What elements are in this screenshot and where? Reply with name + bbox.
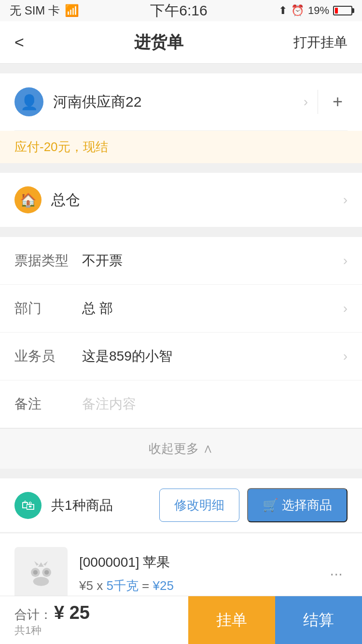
status-right: ⬆ ⏰ 19% <box>278 4 352 17</box>
invoice-label: 票据类型 <box>14 252 82 270</box>
total-section: 合计： ¥ 25 共1种 <box>0 596 188 644</box>
department-label: 部门 <box>14 299 82 318</box>
section-gap-2 <box>0 163 362 173</box>
supplier-chevron-icon: › <box>304 94 308 110</box>
select-product-label: 选择商品 <box>282 497 332 514</box>
price-total: ¥25 <box>153 578 174 593</box>
back-button[interactable]: < <box>14 33 24 52</box>
remark-label: 备注 <box>14 395 82 413</box>
avatar-icon: 👤 <box>20 94 38 111</box>
collapse-bar[interactable]: 收起更多 ∧ <box>0 428 362 469</box>
price-base: ¥5 <box>79 578 93 593</box>
salesperson-value: 这是859的小智 <box>82 347 343 365</box>
checkout-button[interactable]: 结算 <box>275 596 362 644</box>
wifi-icon: 📶 <box>65 4 79 17</box>
total-label: 合计： <box>14 606 52 623</box>
bottom-bar: 合计： ¥ 25 共1种 挂单 结算 <box>0 596 362 644</box>
invoice-value: 不开票 <box>82 252 343 270</box>
battery-indicator <box>333 6 352 15</box>
warehouse-chevron-icon: › <box>343 192 348 208</box>
price-quantity: 5千克 <box>106 578 138 593</box>
product-section-icon: 🛍 <box>14 492 42 519</box>
hang-order-button[interactable]: 挂单 <box>188 596 275 644</box>
svg-marker-5 <box>38 562 44 567</box>
salesperson-label: 业务员 <box>14 347 82 365</box>
supplier-section: 👤 河南供应商22 › + <box>0 73 362 131</box>
form-row-salesperson[interactable]: 业务员 这是859的小智 › <box>0 333 362 380</box>
alarm-icon: ⏰ <box>291 4 304 17</box>
price-multiply: x <box>97 578 106 593</box>
edit-detail-button[interactable]: 修改明细 <box>159 489 239 522</box>
svg-point-4 <box>33 577 49 586</box>
svg-point-3 <box>44 570 49 574</box>
invoice-chevron-icon: › <box>343 253 348 268</box>
checkout-label: 结算 <box>303 610 334 631</box>
page-title: 进货单 <box>134 31 183 54</box>
select-product-button[interactable]: 🛒 选择商品 <box>247 488 348 522</box>
hang-order-label: 挂单 <box>216 610 247 631</box>
add-supplier-button[interactable]: + <box>328 87 348 117</box>
remark-value[interactable]: 备注内容 <box>82 395 348 413</box>
product-thumbnail <box>14 547 68 600</box>
svg-marker-6 <box>34 561 39 565</box>
shopping-bag-icon: 🛍 <box>21 497 35 513</box>
status-left: 无 SIM 卡 📶 <box>10 3 79 18</box>
warehouse-icon-label: 🏠 <box>20 192 37 208</box>
form-row-invoice[interactable]: 票据类型 不开票 › <box>0 237 362 285</box>
product-more-button[interactable]: ··· <box>325 560 348 588</box>
status-time: 下午6:16 <box>150 1 207 21</box>
svg-marker-7 <box>43 561 48 565</box>
product-count-label: 共1种商品 <box>51 496 159 515</box>
battery-percent: 19% <box>308 4 329 17</box>
supplier-name: 河南供应商22 <box>53 92 304 112</box>
notice-bar: 应付-20元，现结 <box>0 131 362 163</box>
form-section: 票据类型 不开票 › 部门 总 部 › 业务员 这是859的小智 › 备注 备注… <box>0 237 362 428</box>
warehouse-name: 总仓 <box>51 190 343 210</box>
total-amount: ¥ 25 <box>54 602 90 623</box>
product-info: [0000001] 苹果 ¥5 x 5千克 = ¥25 <box>79 553 325 594</box>
status-bar: 无 SIM 卡 📶 下午6:16 ⬆ ⏰ 19% <box>0 0 362 21</box>
carrier-label: 无 SIM 卡 <box>10 3 60 18</box>
product-header: 🛍 共1种商品 修改明细 🛒 选择商品 <box>0 478 362 532</box>
product-price: ¥5 x 5千克 = ¥25 <box>79 577 325 594</box>
supplier-avatar: 👤 <box>14 87 43 116</box>
vertical-divider <box>318 90 318 114</box>
salesperson-chevron-icon: › <box>343 349 348 364</box>
form-row-remark[interactable]: 备注 备注内容 <box>0 380 362 428</box>
product-image-placeholder <box>24 557 58 590</box>
form-row-department[interactable]: 部门 总 部 › <box>0 285 362 333</box>
battery-fill <box>335 8 338 14</box>
location-icon: ⬆ <box>278 4 287 17</box>
nav-bar: < 进货单 打开挂单 <box>0 21 362 64</box>
total-sub-label: 共1种 <box>14 623 174 638</box>
section-gap-3 <box>0 227 362 237</box>
svg-point-2 <box>33 570 38 574</box>
warehouse-row[interactable]: 🏠 总仓 › <box>0 173 362 227</box>
department-value: 总 部 <box>82 299 343 318</box>
supplier-row[interactable]: 👤 河南供应商22 › + <box>14 73 348 131</box>
cart-icon: 🛒 <box>263 498 278 513</box>
section-gap-1 <box>0 64 362 73</box>
price-equals: = <box>142 578 153 593</box>
warehouse-icon: 🏠 <box>14 186 42 213</box>
product-name: [0000001] 苹果 <box>79 553 325 572</box>
department-chevron-icon: › <box>343 301 348 316</box>
open-hang-button[interactable]: 打开挂单 <box>293 33 348 52</box>
